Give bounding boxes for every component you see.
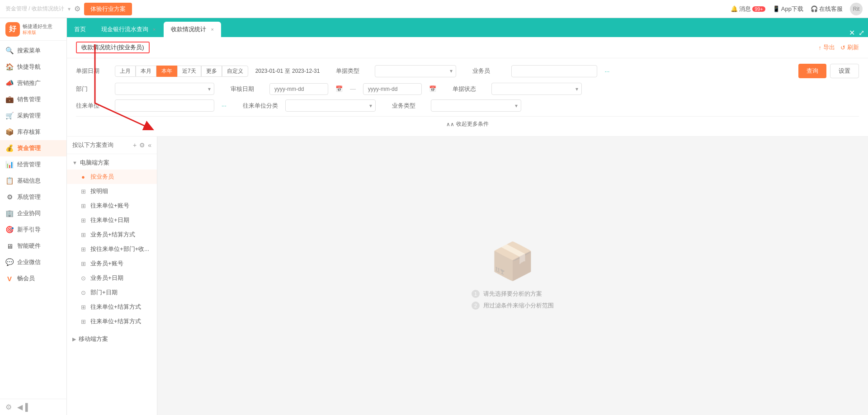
close-window-icon[interactable]: ✕ xyxy=(849,28,855,37)
app-download-area[interactable]: 📱 App下载 xyxy=(773,5,803,13)
tab-cashflow-close-icon[interactable]: × xyxy=(153,27,156,32)
tab-home-label: 首页 xyxy=(74,25,86,33)
salesperson-label: 业务员 xyxy=(472,67,504,75)
sidebar-item-marketing[interactable]: 📣 营销推广 xyxy=(0,75,66,91)
scheme-item-partner-settlement1[interactable]: ⊞ 往来单位+结算方式 xyxy=(67,300,157,314)
sidebar-item-operation[interactable]: 📊 经营管理 xyxy=(0,156,66,173)
messages-area[interactable]: 🔔 消息 99+ xyxy=(731,5,765,13)
scheme-item-sales-account[interactable]: ⊞ 业务员+账号 xyxy=(67,256,157,271)
mobile-group-expand-icon: ▶ xyxy=(72,336,76,342)
scheme-item-sales-date[interactable]: ⊙ 业务员+日期 xyxy=(67,271,157,285)
settings-button[interactable]: 设置 xyxy=(830,64,859,78)
tab-cashflow[interactable]: 现金银行流水查询 × xyxy=(94,22,163,37)
sidebar-item-sales[interactable]: 💼 销售管理 xyxy=(0,91,66,108)
sidebar-item-system[interactable]: ⚙ 系统管理 xyxy=(0,189,66,205)
scheme-item-partner-dept[interactable]: ⊞ 按往来单位+部门+收... xyxy=(67,242,157,256)
review-date-from[interactable] xyxy=(269,83,328,95)
salesperson-more-icon[interactable]: ··· xyxy=(604,68,609,75)
date-tab-thisyear[interactable]: 本年 xyxy=(156,66,177,77)
date-tab-more[interactable]: 更多 xyxy=(201,66,222,77)
scheme-settings-icon[interactable]: ⚙ xyxy=(139,141,145,149)
export-button[interactable]: ↑ 导出 xyxy=(819,43,835,52)
maximize-icon[interactable]: ⤢ xyxy=(859,28,864,37)
sidebar-item-vip[interactable]: V 畅会员 xyxy=(0,270,66,287)
sidebar-item-hardware[interactable]: 🖥 智能硬件 xyxy=(0,238,66,254)
online-service-area[interactable]: 🎧 在线客服 xyxy=(811,5,843,13)
scheme-item-partner-settlement2[interactable]: ⊞ 往来单位+结算方式 xyxy=(67,314,157,329)
scheme-item-partner-account[interactable]: ⊞ 往来单位+账号 xyxy=(67,198,157,213)
date-label: 单据日期 xyxy=(76,67,108,75)
sidebar-item-guide[interactable]: 🎯 新手引导 xyxy=(0,222,66,238)
sidebar-item-stock[interactable]: 📦 库存核算 xyxy=(0,124,66,140)
desktop-group-header[interactable]: ▼ 电脑端方案 xyxy=(67,156,157,170)
voucher-type-select-wrapper xyxy=(375,65,456,77)
sidebar-item-label: 畅会员 xyxy=(17,274,35,283)
scheme-item-detail[interactable]: ⊞ 按明细 xyxy=(67,184,157,198)
tab-home[interactable]: 首页 xyxy=(67,22,93,37)
scheme-item-dept-date[interactable]: ⊙ 部门+日期 xyxy=(67,285,157,300)
scheme-item-partner-date[interactable]: ⊞ 往来单位+日期 xyxy=(67,213,157,227)
department-label: 部门 xyxy=(76,85,108,93)
tab-receipts[interactable]: 收款情况统计 × xyxy=(164,22,221,37)
scheme-item-salesperson[interactable]: ● 按业务员 xyxy=(67,170,157,184)
dropdown-arrow-icon[interactable]: ▾ xyxy=(68,6,71,12)
main-body: 按以下方案查询 + ⚙ « ▼ 电脑端方案 xyxy=(67,137,868,415)
partner-category-select[interactable] xyxy=(285,99,376,112)
scheme-grid-icon-4: ⊞ xyxy=(80,246,87,253)
voucher-status-select[interactable] xyxy=(491,83,582,95)
scheme-item-label: 业务员+日期 xyxy=(90,274,123,282)
partner-label: 往来单位 xyxy=(76,102,108,110)
scheme-grid-icon-5: ⊞ xyxy=(80,260,87,267)
date-tab-7days[interactable]: 近7天 xyxy=(177,66,201,77)
sidebar-item-label: 资金管理 xyxy=(17,144,41,152)
voucher-type-select[interactable] xyxy=(375,65,456,77)
collapse-more-button[interactable]: ∧∧ 收起更多条件 xyxy=(76,116,859,131)
sidebar-item-basic[interactable]: 📋 基础信息 xyxy=(0,173,66,189)
partner-input[interactable] xyxy=(115,99,214,112)
scheme-item-label: 按明细 xyxy=(90,187,108,195)
sidebar-item-wechat[interactable]: 💬 企业微信 xyxy=(0,254,66,270)
sidebar-item-label: 营销推广 xyxy=(17,79,41,87)
tab-receipts-close-icon[interactable]: × xyxy=(211,27,213,32)
department-select[interactable] xyxy=(115,83,214,95)
collapse-sidebar-icon[interactable]: ◀▐ xyxy=(17,403,28,411)
avatar[interactable]: Rit xyxy=(850,3,863,15)
sidebar-item-label: 企业微信 xyxy=(17,258,41,266)
refresh-button[interactable]: ↺ 刷新 xyxy=(840,43,859,52)
sidebar-item-purchase[interactable]: 🛒 采购管理 xyxy=(0,108,66,124)
main-layout: 好 畅捷通好生意 标准版 🔍 搜索菜单 🏠 快捷导航 📣 营销推广 xyxy=(0,18,868,415)
date-tab-custom[interactable]: 自定义 xyxy=(222,66,248,77)
sidebar-item-search[interactable]: 🔍 搜索菜单 xyxy=(0,42,66,59)
operation-icon: 📊 xyxy=(5,160,14,169)
sidebar-item-corp[interactable]: 🏢 企业协同 xyxy=(0,205,66,222)
review-date-to[interactable] xyxy=(363,83,422,95)
review-date-label: 审核日期 xyxy=(231,85,262,93)
wechat-icon: 💬 xyxy=(5,258,14,266)
settings-bottom-icon[interactable]: ⚙ xyxy=(5,403,12,411)
mobile-group-header[interactable]: ▶ 移动端方案 xyxy=(67,332,157,346)
breadcrumb: 资金管理 / 收款情况统计 xyxy=(5,5,64,13)
query-button[interactable]: 查询 xyxy=(798,64,826,78)
business-type-select[interactable] xyxy=(431,99,521,112)
sidebar-item-finance[interactable]: 💰 资金管理 xyxy=(0,140,66,156)
scheme-grid-icon-6: ⊞ xyxy=(80,304,87,311)
filter-row-3: 往来单位 ··· 往来单位分类 业务类型 xyxy=(76,99,859,112)
sidebar-item-label: 新手引导 xyxy=(17,226,41,234)
date-tab-lastmonth[interactable]: 上月 xyxy=(115,66,136,77)
trial-button[interactable]: 体验行业方案 xyxy=(84,3,132,15)
app-download-label: App下载 xyxy=(781,5,803,13)
sidebar-item-label: 搜索菜单 xyxy=(17,47,41,55)
voucher-status-label: 单据状态 xyxy=(453,85,484,93)
salesperson-input[interactable] xyxy=(511,65,597,77)
collapse-panel-icon[interactable]: « xyxy=(148,141,151,149)
sidebar-item-quicknav[interactable]: 🏠 快捷导航 xyxy=(0,59,66,75)
date-tab-thismonth[interactable]: 本月 xyxy=(136,66,156,77)
partner-category-label: 往来单位分类 xyxy=(243,102,278,110)
scheme-grid-icon: ⊞ xyxy=(80,188,87,195)
partner-more-icon[interactable]: ··· xyxy=(222,102,226,109)
department-select-wrapper xyxy=(115,83,214,95)
add-scheme-icon[interactable]: + xyxy=(133,141,137,149)
gear-settings-icon[interactable]: ⚙ xyxy=(74,5,80,13)
purchase-icon: 🛒 xyxy=(5,112,14,120)
scheme-item-sales-settlement[interactable]: ⊞ 业务员+结算方式 xyxy=(67,227,157,242)
